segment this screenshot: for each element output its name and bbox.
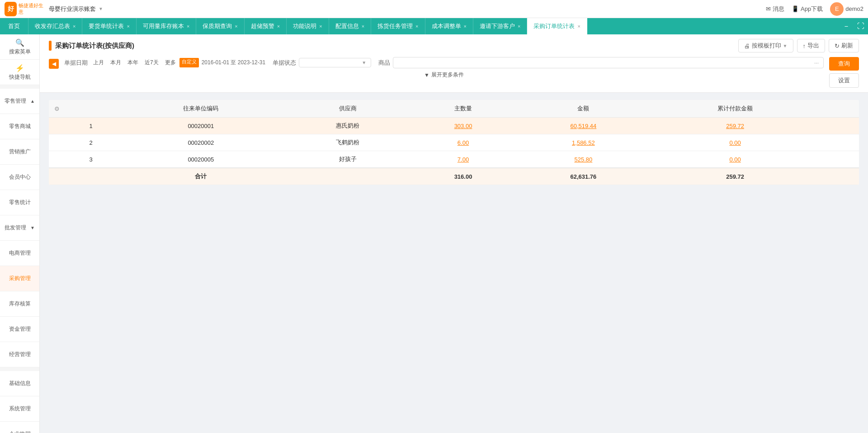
- goods-more-icon[interactable]: ···: [814, 60, 819, 66]
- export-icon: ↑: [803, 43, 806, 49]
- quantity-link[interactable]: 303.00: [454, 123, 472, 129]
- export-label: 导出: [807, 42, 819, 50]
- tab-close-icon[interactable]: ×: [127, 24, 129, 29]
- settings-button[interactable]: 设置: [829, 73, 859, 88]
- tab-collapse-button[interactable]: －: [839, 22, 854, 31]
- workspace-label: 母婴行业演示账套: [49, 5, 96, 13]
- tab-label: 邀请下游客户: [480, 22, 515, 30]
- tab-config[interactable]: 配置信息 ×: [329, 18, 371, 34]
- tab-close-icon[interactable]: ×: [518, 24, 520, 29]
- tab-overstock[interactable]: 超储预警 ×: [245, 18, 287, 34]
- tab-cost[interactable]: 成本调整单 ×: [425, 18, 473, 34]
- tab-close-icon[interactable]: ×: [235, 24, 237, 29]
- export-button[interactable]: ↑ 导出: [797, 39, 826, 52]
- expand-down-icon: ▼: [424, 72, 429, 78]
- tab-close-icon[interactable]: ×: [577, 24, 580, 29]
- tab-close-icon[interactable]: ×: [362, 24, 364, 29]
- tab-close-icon[interactable]: ×: [319, 24, 322, 29]
- sidebar-item-members[interactable]: 会员中心: [0, 165, 39, 190]
- print-button[interactable]: 🖨 按模板打印 ▼: [738, 39, 793, 52]
- status-label: 单据状态: [273, 59, 296, 67]
- sidebar-item-retail-mgmt[interactable]: 零售管理 ▲: [0, 89, 39, 114]
- message-button[interactable]: ✉ 消息: [766, 5, 784, 13]
- tab-close-icon[interactable]: ×: [73, 24, 75, 29]
- sidebar-item-collab[interactable]: 企业协同: [0, 422, 39, 433]
- user-menu[interactable]: E demo2: [830, 2, 863, 16]
- refresh-icon: ↻: [835, 43, 840, 49]
- main-area: 🔍 搜索英单 ⚡ 快捷导航 零售管理 ▲ 零售商城 营销推广 会员中心 零售统计…: [0, 34, 868, 433]
- tab-order-stats[interactable]: 要货单统计表 ×: [82, 18, 136, 34]
- tab-fullscreen-button[interactable]: ⛶: [854, 22, 868, 30]
- row-settings: [49, 134, 65, 151]
- paid-link[interactable]: 0.00: [729, 156, 741, 163]
- goods-input[interactable]: [398, 59, 814, 66]
- filter-toggle-btn[interactable]: ◀: [49, 59, 59, 69]
- quantity-link[interactable]: 7.00: [458, 156, 469, 163]
- tab-label: 可用量库存账本: [143, 22, 184, 30]
- tab-home[interactable]: 首页: [0, 18, 28, 34]
- status-select[interactable]: ▼: [299, 58, 371, 67]
- tab-inventory-book[interactable]: 可用量库存账本 ×: [137, 18, 196, 34]
- amount-link[interactable]: 60,519.44: [570, 123, 596, 129]
- sidebar-item-retail-shop[interactable]: 零售商城: [0, 114, 39, 139]
- col-quantity: 主数量: [410, 100, 516, 118]
- tab-invite[interactable]: 邀请下游客户 ×: [473, 18, 527, 34]
- filter-bar: ◀ 单据日期 上月 本月 本年 近7天 更多: [49, 57, 859, 92]
- date-7days[interactable]: 近7天: [142, 58, 161, 67]
- row-amount: 525.80: [516, 151, 651, 168]
- paid-link[interactable]: 0.00: [729, 139, 741, 146]
- tab-close-icon[interactable]: ×: [415, 24, 418, 29]
- filter-collapse-icon[interactable]: ◀: [49, 59, 59, 69]
- footer-amount: 62,631.76: [516, 168, 651, 185]
- quantity-link[interactable]: 6.00: [458, 139, 469, 146]
- amount-link[interactable]: 525.80: [574, 156, 592, 163]
- paid-link[interactable]: 259.72: [726, 123, 744, 129]
- top-bar: 好 畅捷通好生意 母婴行业演示账套 ▼ ✉ 消息 📱 App下载 E demo2: [0, 0, 868, 18]
- sidebar-item-operations[interactable]: 经营管理: [0, 342, 39, 367]
- tab-purchase-stats[interactable]: 采购订单统计表 ×: [527, 18, 587, 34]
- col-paid: 累计付款金额: [651, 100, 819, 118]
- row-code: 00020002: [117, 134, 285, 151]
- sidebar-item-ecommerce[interactable]: 电商管理: [0, 241, 39, 266]
- sidebar-item-label: 资金管理: [9, 325, 31, 333]
- row-code: 00020001: [117, 118, 285, 134]
- expand-more-button[interactable]: ▼ 展开更多条件: [424, 71, 464, 79]
- sidebar-item-label: 零售管理: [5, 97, 26, 105]
- col-code: 往来单位编码: [117, 100, 285, 118]
- tab-picking[interactable]: 拣货任务管理 ×: [371, 18, 425, 34]
- sidebar-item-finance[interactable]: 资金管理: [0, 317, 39, 342]
- user-name: demo2: [845, 5, 863, 12]
- sidebar-item-quicknav[interactable]: ⚡ 快捷导航: [0, 60, 39, 85]
- tab-collect-summary[interactable]: 收发存汇总表 ×: [28, 18, 82, 34]
- status-arrow-icon: ▼: [362, 60, 366, 65]
- date-this-month[interactable]: 本月: [108, 58, 124, 67]
- gear-icon[interactable]: ⚙: [54, 105, 60, 112]
- row-index: 1: [65, 118, 117, 134]
- page-title: 采购订单统计表(按供应商): [55, 42, 134, 50]
- workspace-selector[interactable]: 母婴行业演示账套 ▼: [49, 5, 103, 13]
- tab-function[interactable]: 功能说明 ×: [287, 18, 329, 34]
- sidebar-item-retail-stats[interactable]: 零售统计: [0, 190, 39, 215]
- row-quantity: 7.00: [410, 151, 516, 168]
- sidebar-item-inventory[interactable]: 库存核算: [0, 291, 39, 317]
- footer-supplier: [285, 168, 411, 185]
- sidebar-item-system[interactable]: 系统管理: [0, 396, 39, 422]
- tab-close-icon[interactable]: ×: [187, 24, 189, 29]
- date-last-month[interactable]: 上月: [90, 58, 107, 67]
- date-this-year[interactable]: 本年: [125, 58, 141, 67]
- app-download-button[interactable]: 📱 App下载: [792, 5, 823, 13]
- tab-expiry[interactable]: 保质期查询 ×: [196, 18, 244, 34]
- amount-link[interactable]: 1,586.52: [572, 139, 595, 146]
- sidebar-item-search[interactable]: 🔍 搜索英单: [0, 34, 39, 60]
- tab-close-icon[interactable]: ×: [277, 24, 280, 29]
- print-icon: 🖨: [744, 43, 750, 49]
- tab-close-icon[interactable]: ×: [464, 24, 467, 29]
- refresh-button[interactable]: ↻ 刷新: [829, 39, 859, 52]
- sidebar-item-purchase-mgmt[interactable]: 采购管理: [0, 266, 39, 291]
- sidebar-item-marketing[interactable]: 营销推广: [0, 139, 39, 165]
- sidebar-item-basic-info[interactable]: 基础信息: [0, 371, 39, 396]
- date-more[interactable]: 更多: [162, 58, 179, 67]
- query-button[interactable]: 查询: [829, 57, 859, 71]
- sidebar-item-wholesale-mgmt[interactable]: 批发管理 ▼: [0, 215, 39, 241]
- page-header: 采购订单统计表(按供应商) 🖨 按模板打印 ▼ ↑ 导出 ↻ 刷新: [40, 34, 868, 93]
